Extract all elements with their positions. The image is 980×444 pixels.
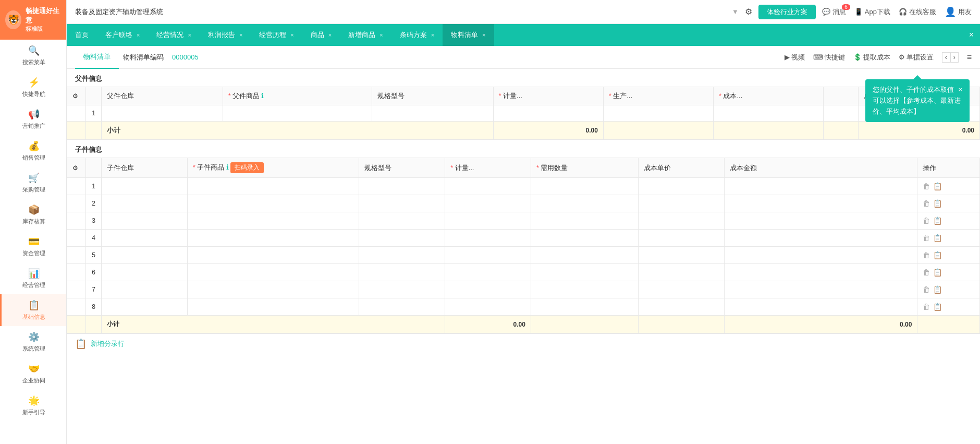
child-row-warehouse[interactable] bbox=[102, 298, 188, 316]
child-row-spec[interactable] bbox=[359, 212, 445, 230]
child-row-unitcost[interactable] bbox=[638, 281, 724, 298]
child-row-spec[interactable] bbox=[359, 281, 445, 298]
child-row-qty[interactable] bbox=[531, 247, 638, 264]
copy-icon[interactable]: 📋 bbox=[933, 234, 942, 242]
sidebar-item-system[interactable]: ⚙️ 系统管理 bbox=[0, 326, 66, 358]
delete-icon[interactable]: 🗑 bbox=[923, 251, 930, 259]
tab-operation-status[interactable]: 经营情况 × bbox=[148, 24, 199, 46]
copy-icon[interactable]: 📋 bbox=[933, 199, 942, 208]
parent-row-warehouse[interactable] bbox=[102, 105, 223, 122]
child-row-unit[interactable] bbox=[445, 247, 531, 264]
prev-arrow-btn[interactable]: ‹ bbox=[942, 52, 950, 63]
child-row-spec[interactable] bbox=[359, 247, 445, 264]
child-row-warehouse[interactable] bbox=[102, 195, 188, 212]
next-arrow-btn[interactable]: › bbox=[950, 52, 959, 63]
child-row-unit[interactable] bbox=[445, 212, 531, 230]
child-row-unitcost[interactable] bbox=[638, 178, 724, 195]
child-row-product[interactable] bbox=[187, 230, 359, 247]
copy-icon[interactable]: 📋 bbox=[933, 285, 942, 294]
tab-profit-report[interactable]: 利润报告 × bbox=[200, 24, 251, 46]
child-row-spec[interactable] bbox=[359, 298, 445, 316]
child-row-unitcost[interactable] bbox=[638, 298, 724, 316]
tab-close-history[interactable]: × bbox=[290, 32, 293, 38]
parent-row-spec[interactable] bbox=[372, 105, 493, 122]
copy-icon[interactable]: 📋 bbox=[933, 251, 942, 259]
parent-row-production[interactable] bbox=[603, 105, 713, 122]
child-row-unitcost[interactable] bbox=[638, 264, 724, 281]
extract-cost-btn[interactable]: 💲 提取成本 bbox=[853, 53, 890, 62]
child-row-qty[interactable] bbox=[531, 264, 638, 281]
single-settings-btn[interactable]: ⚙ 单据设置 bbox=[899, 53, 934, 62]
child-row-unitcost[interactable] bbox=[638, 230, 724, 247]
tab-products[interactable]: 商品 × bbox=[302, 24, 340, 46]
child-row-product[interactable] bbox=[187, 212, 359, 230]
tab-close-barcode[interactable]: × bbox=[431, 32, 434, 38]
child-row-qty[interactable] bbox=[531, 178, 638, 195]
close-all-tabs-btn[interactable]: × bbox=[963, 30, 980, 40]
tooltip-close-btn[interactable]: × bbox=[958, 85, 962, 95]
child-row-unit[interactable] bbox=[445, 230, 531, 247]
settings-icon[interactable]: ⚙ bbox=[745, 7, 752, 17]
page-tab-bom[interactable]: 物料清单 bbox=[75, 46, 119, 69]
sidebar-item-search[interactable]: 🔍 搜索菜单 bbox=[0, 40, 66, 71]
child-row-spec[interactable] bbox=[359, 264, 445, 281]
experience-btn[interactable]: 体验行业方案 bbox=[758, 5, 816, 19]
copy-icon[interactable]: 📋 bbox=[933, 303, 942, 311]
parent-row-product[interactable] bbox=[223, 105, 372, 122]
tab-close-operation[interactable]: × bbox=[188, 32, 191, 38]
child-row-product[interactable] bbox=[187, 178, 359, 195]
shortcut-action-btn[interactable]: ⌨ 快捷键 bbox=[813, 53, 845, 62]
child-row-product[interactable] bbox=[187, 264, 359, 281]
tab-home[interactable]: 首页 bbox=[67, 24, 97, 46]
menu-icon[interactable]: ≡ bbox=[967, 53, 972, 62]
child-row-spec[interactable] bbox=[359, 230, 445, 247]
tab-customer[interactable]: 客户联络 × bbox=[97, 24, 148, 46]
sidebar-item-basicinfo[interactable]: 📋 基础信息 bbox=[0, 294, 66, 326]
sidebar-item-sales[interactable]: 💰 销售管理 bbox=[0, 135, 66, 167]
child-row-warehouse[interactable] bbox=[102, 230, 188, 247]
child-row-unit[interactable] bbox=[445, 178, 531, 195]
sidebar-item-purchase[interactable]: 🛒 采购管理 bbox=[0, 167, 66, 199]
child-row-product[interactable] bbox=[187, 298, 359, 316]
tab-add-product[interactable]: 新增商品 × bbox=[340, 24, 391, 46]
online-service-btn[interactable]: 🎧 在线客服 bbox=[899, 7, 936, 17]
delete-icon[interactable]: 🗑 bbox=[923, 234, 930, 242]
child-row-unit[interactable] bbox=[445, 298, 531, 316]
tab-close-customer[interactable]: × bbox=[137, 32, 140, 38]
child-row-qty[interactable] bbox=[531, 230, 638, 247]
child-row-unitcost[interactable] bbox=[638, 247, 724, 264]
child-row-product[interactable] bbox=[187, 247, 359, 264]
copy-icon[interactable]: 📋 bbox=[933, 268, 942, 277]
child-row-unitcost[interactable] bbox=[638, 212, 724, 230]
view-action-btn[interactable]: ▶ 视频 bbox=[785, 53, 805, 62]
delete-icon[interactable]: 🗑 bbox=[923, 217, 930, 225]
parent-row-unit[interactable] bbox=[493, 105, 603, 122]
sidebar-item-stock[interactable]: 📦 库存核算 bbox=[0, 199, 66, 231]
delete-icon[interactable]: 🗑 bbox=[923, 182, 930, 190]
copy-icon[interactable]: 📋 bbox=[933, 217, 942, 225]
parent-row-cost[interactable] bbox=[714, 105, 824, 122]
delete-icon[interactable]: 🗑 bbox=[923, 285, 930, 294]
child-row-warehouse[interactable] bbox=[102, 247, 188, 264]
child-row-unit[interactable] bbox=[445, 264, 531, 281]
tab-barcode[interactable]: 条码方案 × bbox=[391, 24, 443, 46]
copy-icon[interactable]: 📋 bbox=[933, 182, 942, 190]
delete-icon[interactable]: 🗑 bbox=[923, 303, 930, 311]
child-row-unit[interactable] bbox=[445, 281, 531, 298]
app-download-btn[interactable]: 📱 App下载 bbox=[854, 7, 890, 17]
child-row-spec[interactable] bbox=[359, 195, 445, 212]
child-row-unit[interactable] bbox=[445, 195, 531, 212]
sidebar-item-operation[interactable]: 📊 经营管理 bbox=[0, 262, 66, 294]
tab-bom[interactable]: 物料清单 × bbox=[443, 24, 494, 46]
tab-close-profit[interactable]: × bbox=[239, 32, 242, 38]
message-btn[interactable]: 💬 消息 6 bbox=[822, 7, 846, 17]
sidebar-item-enterprise[interactable]: 🤝 企业协同 bbox=[0, 358, 66, 390]
child-row-qty[interactable] bbox=[531, 298, 638, 316]
sidebar-item-finance[interactable]: 💳 资金管理 bbox=[0, 231, 66, 262]
tab-operation-history[interactable]: 经营历程 × bbox=[251, 24, 302, 46]
child-row-product[interactable] bbox=[187, 281, 359, 298]
add-row-icon[interactable]: 📋 bbox=[75, 338, 87, 350]
child-row-warehouse[interactable] bbox=[102, 178, 188, 195]
child-row-warehouse[interactable] bbox=[102, 264, 188, 281]
sidebar-item-guide[interactable]: 🌟 新手引导 bbox=[0, 390, 66, 422]
